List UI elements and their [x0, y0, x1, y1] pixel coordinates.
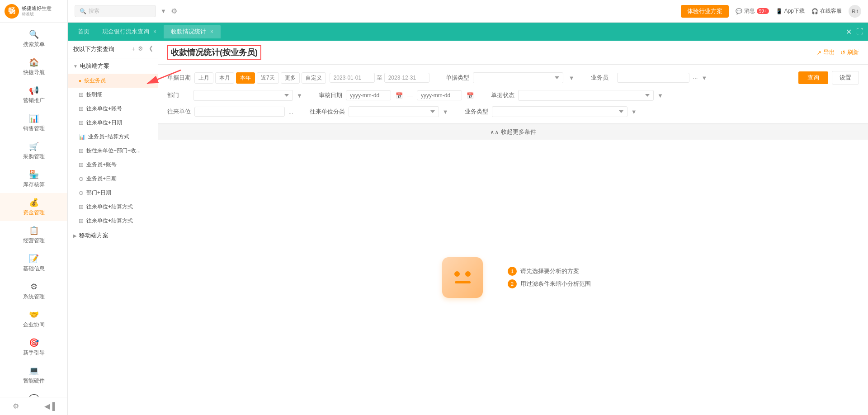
- main-content: 🔍 搜索 ▼ ⚙ 体验行业方案 💬 消息 99+ 📱 App下载 🎧: [68, 0, 868, 415]
- page-title: 收款情况统计(按业务员): [167, 45, 261, 60]
- partner-input[interactable]: [194, 107, 285, 117]
- filter-row-3: 往来单位 ... 往来单位分类 ▼ 业务类型: [167, 106, 859, 117]
- date-btn-7days[interactable]: 近7天: [257, 72, 279, 84]
- collapse-panel-btn[interactable]: 《: [146, 45, 152, 53]
- date-range-sep: 至: [377, 74, 382, 82]
- scheme-item-by-salesman[interactable]: ● 按业务员: [68, 74, 158, 88]
- sidebar-item-system[interactable]: ⚙ 系统管理: [0, 277, 67, 305]
- dept-date-icon: ⊙: [79, 189, 84, 196]
- sidebar-item-search[interactable]: 🔍 搜索菜单: [0, 25, 67, 53]
- trial-btn[interactable]: 体验行业方案: [681, 5, 729, 18]
- scheme-item-detail[interactable]: ⊞ 按明细: [68, 88, 158, 102]
- tab-home[interactable]: 首页: [72, 25, 95, 38]
- message-badge: 99+: [757, 8, 769, 14]
- sidebar-item-enterprise[interactable]: 🤝 企业协同: [0, 305, 67, 333]
- sidebar-item-quicknav[interactable]: 🏠 快捷导航: [0, 53, 67, 81]
- review-to-input[interactable]: [417, 90, 462, 100]
- date-btn-lastmonth[interactable]: 上月: [194, 72, 213, 84]
- sidebar-footer: ⚙ ◀▐: [0, 397, 67, 415]
- scheme-item-partner-settlement2[interactable]: ⊞ 往来单位+结算方式: [68, 214, 158, 228]
- message-action[interactable]: 💬 消息 99+: [736, 7, 769, 15]
- header-search[interactable]: 🔍 搜索: [75, 5, 156, 17]
- sidebar-item-hardware[interactable]: 💻 智能硬件: [0, 361, 67, 389]
- sidebar-item-basicinfo[interactable]: 📝 基础信息: [0, 249, 67, 277]
- export-btn[interactable]: ↗ 导出: [816, 48, 835, 57]
- date-btn-thisyear[interactable]: 本年: [236, 72, 255, 84]
- online-service-action[interactable]: 🎧 在线客服: [811, 7, 842, 15]
- salesman-chevron: ▼: [701, 75, 707, 81]
- service-icon: 🎧: [811, 8, 818, 14]
- sidebar-item-management-label: 经营管理: [23, 237, 45, 245]
- scheme-item-salesman-settlement[interactable]: 📊 业务员+结算方式: [68, 130, 158, 144]
- tab-collection-close[interactable]: ×: [210, 28, 213, 35]
- settings-footer-icon[interactable]: ⚙: [13, 402, 19, 410]
- sidebar-item-inventory[interactable]: 🏪 库存核算: [0, 165, 67, 193]
- settings-scheme-btn[interactable]: ⚙: [138, 45, 143, 53]
- sidebar-item-system-label: 系统管理: [23, 293, 45, 301]
- sidebar-item-sales[interactable]: 📊 销售管理: [0, 109, 67, 137]
- tab-cashflow[interactable]: 现金银行流水查询 ×: [95, 25, 164, 38]
- collapse-footer-icon[interactable]: ◀▐: [44, 402, 55, 410]
- partner-settlement2-icon: ⊞: [79, 217, 84, 224]
- tab-home-label: 首页: [78, 28, 90, 36]
- tab-close-all-icon[interactable]: ✕: [846, 28, 852, 36]
- sidebar-item-basicinfo-label: 基础信息: [23, 265, 45, 273]
- salesman-input[interactable]: [617, 73, 689, 83]
- sidebar-item-wechat[interactable]: 💬 企业微信: [0, 389, 67, 397]
- gear-icon-header[interactable]: ⚙: [171, 7, 177, 15]
- robot-eye-left: [454, 271, 460, 277]
- refresh-btn[interactable]: ↺ 刷新: [840, 48, 859, 57]
- date-to-input[interactable]: [384, 73, 429, 83]
- app-download-action[interactable]: 📱 App下载: [776, 7, 805, 15]
- scheme-item-partner-dept[interactable]: ⊞ 按往来单位+部门+收...: [68, 144, 158, 158]
- sidebar-item-finance[interactable]: 💰 资金管理: [0, 193, 67, 221]
- date-from-input[interactable]: [330, 73, 375, 83]
- tab-cashflow-label: 现金银行流水查询: [102, 28, 149, 36]
- add-scheme-btn[interactable]: +: [132, 45, 135, 53]
- docstatus-select[interactable]: [518, 90, 654, 101]
- scheme-group-mobile-title[interactable]: ▶ 移动端方案: [68, 228, 158, 243]
- desktop-group-arrow: ▼: [73, 64, 78, 69]
- date-btn-custom[interactable]: 自定义: [302, 72, 326, 84]
- query-button[interactable]: 查询: [798, 71, 828, 84]
- biztype-label: 业务类型: [465, 108, 488, 116]
- tip-num-2: 2: [508, 279, 517, 288]
- biztype-select[interactable]: [492, 106, 627, 117]
- scheme-item-partner-settlement1[interactable]: ⊞ 往来单位+结算方式: [68, 200, 158, 214]
- user-avatar[interactable]: Rit: [849, 5, 861, 18]
- partner-account-icon: ⊞: [79, 105, 84, 112]
- sidebar-item-marketing[interactable]: 📢 营销推广: [0, 81, 67, 109]
- scheme-item-salesman-label: 按业务员: [84, 77, 106, 85]
- partner-settlement1-icon: ⊞: [79, 203, 84, 210]
- partner-more-btn[interactable]: ...: [288, 108, 293, 115]
- scheme-item-salesman-account[interactable]: ⊞ 业务员+账号: [68, 158, 158, 172]
- scheme-item-dept-date[interactable]: ⊙ 部门+日期: [68, 186, 158, 200]
- sidebar-item-management[interactable]: 📋 经营管理: [0, 221, 67, 249]
- sidebar-item-inventory-label: 库存核算: [23, 181, 45, 189]
- user-name: Rit: [852, 9, 858, 14]
- salesman-settlement-icon: 📊: [79, 134, 85, 140]
- scheme-group-desktop-title[interactable]: ▼ 电脑端方案: [68, 58, 158, 74]
- dropdown-icon[interactable]: ▼: [160, 8, 166, 14]
- tab-collection[interactable]: 收款情况统计 ×: [164, 25, 221, 38]
- scheme-item-partner-account[interactable]: ⊞ 往来单位+账号: [68, 102, 158, 116]
- salesman-more-btn[interactable]: ···: [693, 75, 698, 81]
- doctype-select[interactable]: [473, 72, 563, 83]
- sidebar-item-sales-label: 销售管理: [23, 125, 45, 132]
- date-btn-more[interactable]: 更多: [281, 72, 300, 84]
- scheme-item-salesman-date[interactable]: ⊙ 业务员+日期: [68, 172, 158, 186]
- partner-category-select[interactable]: [349, 106, 439, 117]
- tab-cashflow-close[interactable]: ×: [153, 28, 156, 35]
- date-btn-thismonth[interactable]: 本月: [215, 72, 234, 84]
- scheme-item-dept-date-label: 部门+日期: [86, 189, 111, 197]
- tab-fullscreen-icon[interactable]: ⛶: [856, 28, 863, 36]
- collapse-bar[interactable]: ∧∧ 收起更多条件: [158, 124, 868, 140]
- sidebar-item-newbie[interactable]: 🎯 新手引导: [0, 333, 67, 361]
- settings-button[interactable]: 设置: [832, 71, 859, 85]
- sidebar-item-purchase[interactable]: 🛒 采购管理: [0, 137, 67, 165]
- scheme-item-partner-date[interactable]: ⊞ 往来单位+日期: [68, 116, 158, 130]
- finance-icon: 💰: [29, 198, 39, 208]
- dept-select[interactable]: [193, 90, 293, 101]
- filter-section: 单据日期 上月 本月 本年 近7天 更多 自定义 至: [158, 65, 868, 124]
- review-from-input[interactable]: [346, 90, 391, 100]
